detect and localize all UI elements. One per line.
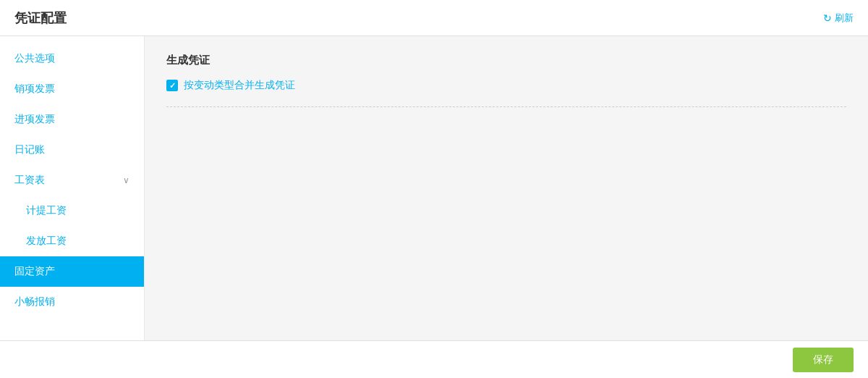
sidebar-item-label: 小畅报销 (14, 295, 55, 308)
header: 凭证配置 ↻ 刷新 (0, 0, 868, 36)
page-title: 凭证配置 (14, 9, 67, 27)
sidebar: 公共选项销项发票进项发票日记账工资表∨计提工资发放工资固定资产小畅报销 (0, 36, 145, 340)
footer: 保存 (0, 340, 868, 378)
sidebar-item-label: 工资表 (14, 174, 45, 187)
chevron-down-icon: ∨ (123, 175, 129, 185)
section-title: 生成凭证 (166, 54, 846, 67)
sidebar-item-payroll-table[interactable]: 工资表∨ (0, 165, 144, 196)
body: 公共选项销项发票进项发票日记账工资表∨计提工资发放工资固定资产小畅报销 生成凭证… (0, 36, 868, 340)
sidebar-item-journal[interactable]: 日记账 (0, 135, 144, 165)
sidebar-item-label: 销项发票 (14, 83, 55, 96)
sidebar-item-public-options[interactable]: 公共选项 (0, 43, 144, 74)
merge-voucher-label[interactable]: 按变动类型合并生成凭证 (184, 79, 295, 92)
sidebar-item-accrued-payroll[interactable]: 计提工资 (0, 196, 144, 226)
main-content: 生成凭证 按变动类型合并生成凭证 (145, 36, 868, 340)
refresh-button[interactable]: ↻ 刷新 (823, 12, 854, 25)
sidebar-item-label: 进项发票 (14, 113, 55, 126)
sidebar-item-purchase-invoice[interactable]: 进项发票 (0, 104, 144, 135)
refresh-icon: ↻ (823, 12, 832, 24)
page-wrapper: 凭证配置 ↻ 刷新 公共选项销项发票进项发票日记账工资表∨计提工资发放工资固定资… (0, 0, 868, 378)
sidebar-item-label: 公共选项 (14, 52, 55, 65)
refresh-label: 刷新 (835, 12, 854, 25)
sidebar-item-distribute-payroll[interactable]: 发放工资 (0, 226, 144, 256)
sidebar-item-label: 计提工资 (26, 204, 67, 217)
save-button[interactable]: 保存 (793, 348, 854, 372)
sidebar-item-label: 日记账 (14, 143, 45, 156)
divider (166, 106, 846, 107)
sidebar-item-label: 固定资产 (14, 265, 55, 278)
sidebar-item-sales-invoice[interactable]: 销项发票 (0, 74, 144, 104)
sidebar-item-petty-expense[interactable]: 小畅报销 (0, 287, 144, 317)
merge-voucher-checkbox[interactable] (166, 80, 178, 91)
sidebar-item-label: 发放工资 (26, 235, 67, 248)
merge-voucher-row: 按变动类型合并生成凭证 (166, 79, 846, 92)
sidebar-item-fixed-assets[interactable]: 固定资产 (0, 256, 144, 287)
